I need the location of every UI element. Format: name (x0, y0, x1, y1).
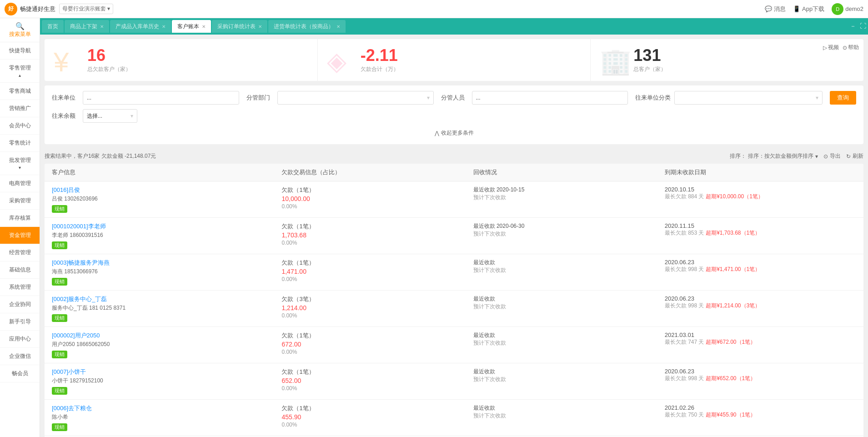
recovery-cell: 最近收款 2020-06-30 预计下次收款 (473, 222, 665, 238)
due-date-cell: 2020.06.23 最长欠款 998 天 超期¥1,471.00（1笔） (665, 259, 856, 273)
customer-name-link[interactable]: [0001020001]李老师 (52, 223, 106, 230)
recovery-date: 最近收款 2020-10-15 (473, 186, 665, 194)
tab-purchase-order[interactable]: 采购订单统计表 ✕ (212, 20, 267, 33)
sidebar-item-retail-store[interactable]: 零售商城 (0, 83, 40, 100)
filter-item-category: 往来单位分类 ▾ (635, 91, 823, 105)
category-select[interactable]: ▾ (674, 91, 823, 105)
tab-customer-account-close[interactable]: ✕ (202, 24, 206, 29)
debt-amount: 1,214.00 (281, 304, 473, 311)
debt-count: 欠款（1笔） (281, 222, 473, 231)
sidebar-item-enterprise[interactable]: 企业协同 (0, 296, 40, 313)
yen-icon: ¥ (54, 46, 81, 74)
tab-products[interactable]: 商品上下架 ✕ (65, 20, 109, 33)
building-icon: 🏢 (600, 46, 627, 74)
category-label: 往来单位分类 (635, 94, 671, 102)
customer-tag: 现销 (52, 241, 67, 249)
customer-name-link[interactable]: [0016]吕俊 (52, 186, 80, 193)
debt-ratio: 0.00% (281, 312, 473, 319)
logo-icon: 好 (5, 3, 17, 15)
refresh-button[interactable]: ↻ 刷新 (846, 152, 863, 160)
person-input[interactable]: ... (472, 91, 628, 105)
tab-home[interactable]: 首页 (42, 20, 64, 33)
overdue-link[interactable]: 超期¥1,703.68（1笔） (706, 230, 760, 236)
due-date: 2020.06.23 (665, 259, 856, 266)
dept-select[interactable]: ▾ (277, 91, 434, 105)
sidebar-item-batch-mgmt[interactable]: 批发管理 ▾ (0, 152, 40, 175)
tab-products-close[interactable]: ✕ (100, 24, 104, 29)
stat-card-actions: ▷ 视频 ⊙ 帮助 (823, 44, 859, 51)
sidebar-item-enterprise-wechat[interactable]: 企业微信 (0, 348, 40, 365)
overdue-info: 最长欠款 998 天 超期¥1,471.00（1笔） (665, 266, 856, 273)
debt-ratio: 0.00% (281, 240, 473, 246)
tab-production-close[interactable]: ✕ (162, 24, 166, 29)
top-bar-left: 好 畅捷通好生意 母婴行业演示账套 ▾ (5, 3, 113, 15)
sidebar-item-purchase[interactable]: 采购管理 (0, 192, 40, 210)
debt-ratio: 0.00% (281, 276, 473, 282)
from-unit-input[interactable]: ... (83, 91, 239, 105)
collapse-button[interactable]: ⋀ 收起更多条件 (435, 129, 474, 137)
customer-info-cell: [0003]畅捷服务尹海燕 海燕 18513066976 现销 (52, 259, 281, 286)
customer-name-link[interactable]: [000002]用户2050 (52, 332, 100, 339)
sidebar-item-quick-nav: 快捷导航 (0, 42, 40, 60)
sidebar-item-marketing[interactable]: 营销推广 (0, 100, 40, 117)
sidebar-item-member-vip[interactable]: 畅会员 (0, 365, 40, 382)
overdue-link[interactable]: 超期¥1,471.00（1笔） (706, 266, 760, 272)
balance-select[interactable]: 选择... ▾ (83, 109, 137, 123)
balance-label: 往来余额 (52, 112, 79, 120)
customer-tag: 现销 (52, 351, 67, 358)
due-date-cell: 2021.02.26 最长欠款 750 天 超期¥455.90（1笔） (665, 404, 856, 419)
tab-production[interactable]: 产成品入库单历史 ✕ (110, 20, 171, 33)
debt-ratio: 0.00% (281, 385, 473, 392)
recovery-next: 预计下次收款 (473, 194, 665, 201)
sort-select[interactable]: 排序： 排序：按欠款金额倒序排序 ▾ (730, 152, 818, 160)
overdue-link[interactable]: 超期¥1,214.00（3笔） (706, 302, 760, 309)
search-menu-button[interactable]: 🔍 搜索菜单 (0, 18, 40, 42)
video-action[interactable]: ▷ 视频 (823, 44, 839, 51)
sidebar-item-finance[interactable]: 资金管理 (0, 227, 40, 244)
export-button[interactable]: ⊙ 导出 (823, 152, 841, 160)
tab-maximize-button[interactable]: ⛶ (860, 22, 866, 30)
tab-customer-account[interactable]: 客户账本 ✕ (172, 20, 211, 33)
user-avatar[interactable]: D demo2 (832, 3, 863, 15)
company-selector[interactable]: 母婴行业演示账套 ▾ (59, 4, 113, 14)
sidebar-item-system[interactable]: 系统管理 (0, 279, 40, 296)
tab-minimize-button[interactable]: － (850, 22, 856, 30)
search-button[interactable]: 查询 (830, 91, 856, 105)
overdue-link[interactable]: 超期¥10,000.00（1笔） (706, 193, 763, 200)
debt-count: 欠款（1笔） (281, 186, 473, 194)
stat-card-total-customers: 🏢 131 总客户（家） ▷ 视频 ⊙ 帮助 (591, 39, 863, 81)
filter-item-balance: 往来余额 选择... ▾ (52, 109, 137, 123)
tab-purchase-order-close[interactable]: ✕ (258, 24, 262, 29)
due-date-cell: 2020.06.23 最长欠款 998 天 超期¥1,214.00（3笔） (665, 295, 856, 310)
sidebar-item-member[interactable]: 会员中心 (0, 117, 40, 135)
overdue-link[interactable]: 超期¥455.90（1笔） (706, 412, 756, 418)
app-download-button[interactable]: 📱 App下载 (793, 5, 824, 13)
due-date-cell: 2020.11.15 最长欠款 853 天 超期¥1,703.68（1笔） (665, 222, 856, 237)
customer-name-link[interactable]: [0006]去下粮仓 (52, 405, 92, 412)
overdue-link[interactable]: 超期¥652.00（1笔） (706, 375, 756, 382)
customer-name-link[interactable]: [0007]小饼干 (52, 368, 86, 375)
diamond-icon: ◈ (327, 46, 354, 74)
recovery-date: 最近收款 (473, 259, 665, 266)
customer-name-link[interactable]: [0002]服务中心_丁磊 (52, 296, 107, 302)
recovery-date: 最近收款 (473, 368, 665, 376)
table-row: [0007]小饼干 小饼干 18279152100 现销 欠款（1笔） 652.… (45, 363, 863, 400)
sidebar-item-operations[interactable]: 经营管理 (0, 244, 40, 261)
sidebar-item-inventory[interactable]: 库存核算 (0, 210, 40, 227)
tab-purchase-summary[interactable]: 进货单统计表（按商品） ✕ (268, 20, 346, 33)
debt-info-cell: 欠款（1笔） 1,703.68 0.00% (281, 222, 473, 246)
customer-name-link[interactable]: [0003]畅捷服务尹海燕 (52, 259, 110, 266)
tab-purchase-summary-close[interactable]: ✕ (336, 24, 340, 29)
overdue-link[interactable]: 超期¥672.00（1笔） (706, 339, 756, 345)
sidebar-item-basic-info[interactable]: 基础信息 (0, 261, 40, 279)
help-action[interactable]: ⊙ 帮助 (843, 44, 859, 51)
sidebar-item-app-center[interactable]: 应用中心 (0, 331, 40, 348)
sidebar-item-retail-mgmt[interactable]: 零售管理 ▴ (0, 60, 40, 83)
sidebar-item-retail-stats[interactable]: 零售统计 (0, 135, 40, 152)
table-row: [0003]畅捷服务尹海燕 海燕 18513066976 现销 欠款（1笔） 1… (45, 254, 863, 291)
recovery-cell: 最近收款 2020-10-15 预计下次收款 (473, 186, 665, 201)
sidebar-item-ecommerce[interactable]: 电商管理 (0, 175, 40, 192)
message-button[interactable]: 💬 消息 (765, 5, 786, 13)
debt-info-cell: 欠款（1笔） 672.00 0.00% (281, 332, 473, 355)
sidebar-item-newbie[interactable]: 新手引导 (0, 313, 40, 331)
